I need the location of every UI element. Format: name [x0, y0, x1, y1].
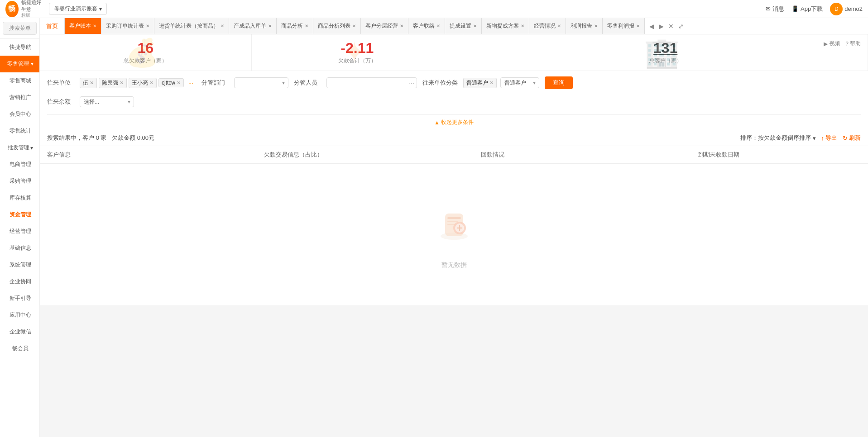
col-date-header: 到期未收款日期 [698, 151, 861, 159]
customers-bg-icon: 💰 [125, 37, 159, 69]
message-icon: ✉ [766, 5, 771, 12]
sidebar-item-member-center[interactable]: 会员中心 [0, 106, 39, 123]
logo-icon: 畅 [5, 1, 19, 17]
help-button[interactable]: ? 帮助 [845, 40, 861, 48]
tab-close-icon[interactable]: ✕ [400, 24, 403, 28]
sidebar: 搜索菜单 快捷导航 零售管理 ▾ 零售商城 营销推广 会员中心 零售统计 批发管… [0, 18, 40, 437]
debt-bg-icon: ✦ [342, 36, 367, 69]
person-input-wrap: ··· [326, 77, 417, 88]
user-avatar-area[interactable]: D demo2 [830, 3, 863, 15]
tab-close-icon[interactable]: ✕ [436, 24, 440, 28]
col-customer-header: 客户信息 [47, 151, 264, 159]
tab-product-analysis-list[interactable]: 商品分析列表 ✕ [313, 18, 361, 34]
tab-inbound-by-product[interactable]: 进货单统计表（按商品） ✕ [154, 18, 229, 34]
tab-close-icon[interactable]: ✕ [268, 24, 272, 28]
tab-close-icon[interactable]: ✕ [352, 24, 356, 28]
dept-select[interactable] [234, 77, 288, 88]
tab-close-icon[interactable]: ✕ [305, 24, 308, 28]
sidebar-item-purchase[interactable]: 采购管理 [0, 173, 39, 190]
tab-close-icon[interactable]: ✕ [473, 24, 477, 28]
sidebar-item-wechat[interactable]: 企业微信 [0, 323, 39, 340]
refresh-button[interactable]: ↻ 刷新 [843, 134, 861, 142]
app-download-button[interactable]: 📱 App下载 [791, 5, 823, 13]
tab-navigation: ◀ ▶ ✕ ⤢ [645, 22, 688, 31]
video-button[interactable]: ▶ 视频 [824, 40, 840, 48]
sidebar-item-ecommerce[interactable]: 电商管理 [0, 156, 39, 173]
more-tags-button[interactable]: ··· [186, 79, 196, 87]
empty-illustration [432, 200, 477, 254]
tab-close-icon[interactable]: ✕ [221, 24, 224, 28]
unit-class-select[interactable]: 普通客户 [500, 77, 539, 88]
collapse-button[interactable]: ▲ 收起更多条件 [431, 117, 477, 128]
stat-help-area: ▶ 视频 ? 帮助 [824, 40, 861, 48]
sidebar-item-retail[interactable]: 零售管理 ▾ [0, 56, 39, 72]
person-label: 分管人员 [294, 79, 321, 87]
tab-purchase-order[interactable]: 采购订单统计表 ✕ [101, 18, 154, 34]
tab-label: 客户分层经营 [365, 22, 398, 30]
tab-close-icon[interactable]: ✕ [93, 24, 96, 28]
tab-next-arrow[interactable]: ▶ [657, 22, 666, 31]
filter-tag-chen: 陈民强 ✕ [99, 78, 127, 88]
sidebar-item-operations[interactable]: 经营管理 [0, 223, 39, 240]
tab-commission-settings[interactable]: 提成设置 ✕ [445, 18, 482, 34]
tab-profit-report[interactable]: 利润报告 ✕ [566, 18, 603, 34]
remove-tag-cjttcw[interactable]: ✕ [177, 80, 181, 86]
person-input-dots[interactable]: ··· [409, 79, 414, 86]
sidebar-item-retail-stats[interactable]: 零售统计 [0, 123, 39, 139]
message-button[interactable]: ✉ 消息 [766, 5, 784, 13]
sidebar-item-newbie[interactable]: 新手引导 [0, 290, 39, 307]
remove-tag-wang[interactable]: ✕ [149, 80, 153, 86]
sidebar-item-marketing[interactable]: 营销推广 [0, 89, 39, 106]
query-button[interactable]: 查询 [545, 76, 573, 89]
sidebar-item-label: 系统管理 [10, 261, 31, 268]
sidebar-item-basic-info[interactable]: 基础信息 [0, 240, 39, 256]
search-menu-button[interactable]: 搜索菜单 [3, 22, 37, 35]
video-label: 视频 [829, 40, 840, 48]
balance-select[interactable]: 选择... [80, 96, 134, 107]
sort-label: 排序：按欠款金额倒序排序 [740, 134, 811, 142]
org-selector[interactable]: 母婴行业演示账套 ▾ [49, 3, 107, 15]
sidebar-item-label: 新手引导 [10, 295, 31, 301]
tab-fullscreen-icon[interactable]: ⤢ [676, 22, 686, 31]
filter-area: 往来单位 伍 ✕ 陈民强 ✕ 王小亮 [40, 71, 868, 130]
tab-close-icon[interactable]: ✕ [594, 24, 598, 28]
tab-close-icon[interactable]: ✕ [557, 24, 561, 28]
sidebar-item-chang-member[interactable]: 畅会员 [0, 340, 39, 357]
unit-class-tags: 普通客户 ✕ 普通客户 [463, 77, 539, 88]
tab-home[interactable]: 首页 [40, 18, 65, 34]
sidebar-item-inventory[interactable]: 库存核算 [0, 190, 39, 206]
sidebar-item-quicknav[interactable]: 快捷导航 [0, 39, 39, 56]
remove-tag-wu[interactable]: ✕ [90, 80, 94, 86]
remove-tag-chen[interactable]: ✕ [120, 80, 124, 86]
sidebar-item-wholesale[interactable]: 批发管理 ▾ [0, 139, 39, 156]
tab-close-icon[interactable]: ✕ [521, 24, 524, 28]
tab-close-icon[interactable]: ✕ [636, 24, 640, 28]
sort-chevron-icon[interactable]: ▾ [813, 135, 816, 142]
dept-select-wrap [234, 77, 288, 88]
tab-customer-tier[interactable]: 客户分层经营 ✕ [361, 18, 408, 34]
tab-prev-arrow[interactable]: ◀ [647, 22, 656, 31]
tab-operations[interactable]: 经营情况 ✕ [529, 18, 566, 34]
sidebar-item-app-center[interactable]: 应用中心 [0, 307, 39, 323]
tab-close-icon[interactable]: ✕ [146, 24, 149, 28]
tab-label: 商品分析列表 [318, 22, 350, 30]
tab-close-all-icon[interactable]: ✕ [667, 22, 676, 31]
sidebar-item-retail-mall[interactable]: 零售商城 [0, 72, 39, 89]
tab-finished-goods[interactable]: 产成品入库单 ✕ [229, 18, 277, 34]
tab-customer-contact[interactable]: 客户联络 ✕ [408, 18, 445, 34]
debt-value: 0.00元 [137, 134, 154, 141]
tab-add-commission[interactable]: 新增提成方案 ✕ [482, 18, 529, 34]
help-label: 帮助 [850, 40, 861, 48]
tab-label: 经营情况 [534, 22, 556, 30]
person-input[interactable] [326, 77, 417, 88]
tab-product-analysis[interactable]: 商品分析 ✕ [277, 18, 313, 34]
sidebar-item-label: 营销推广 [10, 94, 31, 100]
sidebar-item-finance[interactable]: 资金管理 [0, 206, 39, 223]
remove-tag-normal[interactable]: ✕ [489, 80, 494, 86]
tab-retail-profit[interactable]: 零售利润报 ✕ [603, 18, 645, 34]
export-button[interactable]: ↑ 导出 [821, 134, 838, 142]
sidebar-item-label: 应用中心 [10, 312, 31, 318]
sidebar-item-enterprise[interactable]: 企业协同 [0, 273, 39, 290]
sidebar-item-system[interactable]: 系统管理 [0, 256, 39, 273]
tab-customer-ledger[interactable]: 客户账本 ✕ [65, 18, 101, 34]
